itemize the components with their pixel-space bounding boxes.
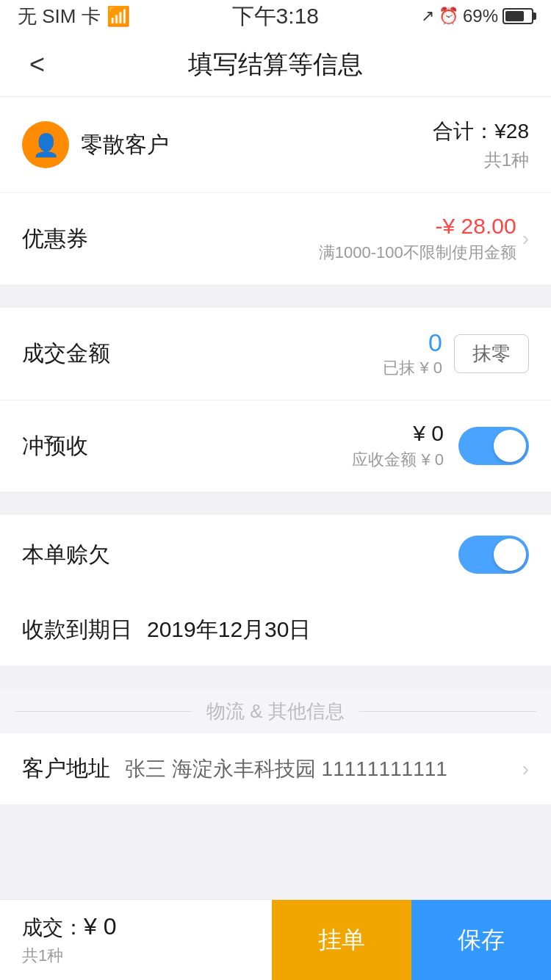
separator-2	[0, 503, 551, 515]
coupon-discount: -¥ 28.00	[319, 214, 516, 239]
debt-row: 本单赊欠	[0, 515, 551, 594]
bottom-info: 成交：¥ 0 共1种	[0, 900, 272, 980]
coupon-right: -¥ 28.00 满1000-100不限制使用金额 ›	[319, 214, 529, 264]
due-date-label: 收款到期日	[22, 615, 132, 645]
deal-label: 成交：	[22, 916, 84, 939]
address-section: 客户地址 张三 海淀永丰科技园 11111111111 ›	[0, 733, 551, 804]
customer-left: 👤 零散客户	[22, 121, 169, 168]
bottom-deal-row: 成交：¥ 0	[22, 913, 250, 942]
customer-row: 👤 零散客户 合计：¥28 共1种	[0, 97, 551, 192]
debt-toggle[interactable]	[458, 536, 529, 574]
transaction-amount-row: 成交金额 0 已抹 ¥ 0 抹零	[0, 308, 551, 400]
chong-row: 冲预收 ¥ 0 应收金额 ¥ 0	[0, 400, 551, 491]
coupon-value-block: -¥ 28.00 满1000-100不限制使用金额	[319, 214, 516, 264]
separator-1	[0, 296, 551, 308]
battery-icon	[503, 8, 533, 24]
back-button[interactable]: <	[22, 42, 52, 87]
debt-label: 本单赊欠	[22, 540, 110, 570]
chong-main-amount: ¥ 0	[352, 421, 444, 446]
status-bar: 无 SIM 卡 📶 下午3:18 ↗ ⏰ 69%	[0, 0, 551, 32]
battery-fill	[505, 11, 524, 21]
bottom-bar: 成交：¥ 0 共1种 挂单 保存	[0, 899, 551, 980]
transaction-label: 成交金额	[22, 339, 110, 369]
coupon-label: 优惠券	[22, 224, 88, 254]
coupon-desc: 满1000-100不限制使用金额	[319, 242, 516, 264]
carrier-text: 无 SIM 卡	[18, 4, 101, 29]
address-label: 客户地址	[22, 754, 110, 784]
location-icon: ↗	[421, 7, 434, 26]
save-button[interactable]: 保存	[411, 900, 551, 980]
divider-line-left	[15, 711, 192, 712]
total-amount: 合计：¥28	[433, 118, 529, 145]
total-info: 合计：¥28 共1种	[433, 118, 529, 172]
alarm-icon: ⏰	[439, 7, 458, 26]
battery-percent: 69%	[463, 6, 498, 26]
logistics-divider: 物流 & 其他信息	[0, 689, 551, 733]
status-time: 下午3:18	[232, 1, 319, 32]
status-right: ↗ ⏰ 69%	[421, 6, 533, 26]
avatar-icon: 👤	[32, 132, 60, 158]
avatar: 👤	[22, 121, 69, 168]
customer-name: 零散客户	[81, 130, 169, 160]
wifi-icon: 📶	[107, 5, 130, 28]
transaction-sub-text: 已抹 ¥ 0	[383, 357, 442, 379]
hold-button[interactable]: 挂单	[272, 900, 411, 980]
chong-right: ¥ 0 应收金额 ¥ 0	[352, 421, 529, 471]
transaction-input[interactable]: 0	[383, 328, 442, 357]
total-count: 共1种	[433, 148, 529, 172]
debt-section: 本单赊欠 收款到期日 2019年12月30日	[0, 515, 551, 666]
address-chevron-icon: ›	[522, 757, 529, 781]
status-left: 无 SIM 卡 📶	[18, 4, 130, 29]
round-zero-button[interactable]: 抹零	[454, 334, 529, 373]
separator-3	[0, 677, 551, 689]
coupon-chevron-icon: ›	[522, 227, 529, 251]
chong-sub-amount: 应收金额 ¥ 0	[352, 449, 444, 471]
bottom-count: 共1种	[22, 945, 250, 967]
address-row[interactable]: 客户地址 张三 海淀永丰科技园 11111111111 ›	[0, 733, 551, 804]
transaction-right: 0 已抹 ¥ 0 抹零	[383, 328, 529, 379]
logistics-label: 物流 & 其他信息	[206, 699, 345, 724]
due-date-row[interactable]: 收款到期日 2019年12月30日	[0, 594, 551, 666]
chong-label: 冲预收	[22, 431, 88, 461]
debt-toggle-knob	[494, 538, 526, 571]
coupon-row[interactable]: 优惠券 -¥ 28.00 满1000-100不限制使用金额 ›	[0, 192, 551, 284]
transaction-section: 成交金额 0 已抹 ¥ 0 抹零 冲预收 ¥ 0 应收金额 ¥ 0	[0, 308, 551, 491]
customer-section: 👤 零散客户 合计：¥28 共1种 优惠券 -¥ 28.00 满1000-100…	[0, 97, 551, 284]
divider-line-right	[359, 711, 536, 712]
address-value: 张三 海淀永丰科技园 11111111111	[125, 755, 522, 783]
deal-amount: ¥ 0	[84, 913, 116, 940]
toggle-knob	[494, 430, 526, 462]
due-date-value: 2019年12月30日	[147, 615, 311, 645]
chong-amounts: ¥ 0 应收金额 ¥ 0	[352, 421, 444, 471]
chong-toggle[interactable]	[458, 427, 529, 465]
nav-bar: < 填写结算等信息	[0, 32, 551, 97]
page-title: 填写结算等信息	[188, 48, 363, 82]
